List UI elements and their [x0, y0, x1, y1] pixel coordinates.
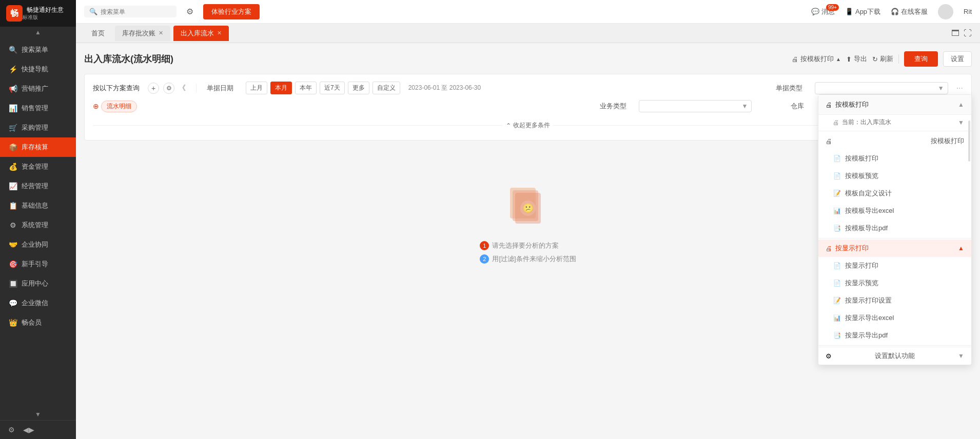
dropdown-close-chevron[interactable]: ▲ — [958, 101, 964, 108]
online-service-btn[interactable]: 🎧 在线客服 — [891, 7, 928, 16]
dropdown-item-template-design[interactable]: 📝 模板自定义设计 — [818, 185, 971, 202]
dropdown-item-display-excel[interactable]: 📊 按显示导出excel — [818, 309, 971, 327]
filter-collapse-btn[interactable]: 《 — [179, 84, 186, 93]
sidebar-item-operations[interactable]: 📈 经营管理 — [0, 176, 76, 196]
refresh-btn[interactable]: ↻ 刷新 — [872, 54, 893, 64]
sidebar-header: 畅 畅捷通好生意 标准版 — [0, 0, 76, 27]
sidebar-item-weixin[interactable]: 💬 企业微信 — [0, 293, 76, 313]
export-icon: ⬆ — [846, 55, 852, 63]
tab-inventory-batch-label: 库存批次账 — [122, 29, 155, 38]
tab-inventory-batch[interactable]: 库存批次账 ✕ — [115, 26, 170, 41]
date-btn-5[interactable]: 自定义 — [373, 82, 400, 94]
current-template-icon: 🖨 — [833, 119, 839, 126]
sidebar-scroll-up[interactable]: ▲ — [34, 28, 42, 37]
dropdown-item-template-print[interactable]: 📄 按模板打印 — [818, 150, 971, 167]
date-btn-1[interactable]: 本月 — [270, 82, 292, 94]
dropdown-footer[interactable]: ⚙ 设置默认功能 ▼ — [818, 347, 971, 365]
settings-gear-icon[interactable]: ⚙ — [8, 426, 15, 434]
page-title: 出入库流水(流水明细) — [84, 53, 173, 65]
bill-type-more-icon[interactable]: ··· — [956, 84, 963, 93]
sidebar-item-quick-nav[interactable]: ⚡ 快捷导航 — [0, 59, 76, 79]
tab-restore-icon[interactable]: 🗖 — [951, 29, 959, 38]
topbar-right: 💬 消息 99+ 📱 App下载 🎧 在线客服 Rit — [811, 4, 972, 19]
doc-icon-2: 📄 — [833, 172, 841, 180]
dropdown-item-display-print[interactable]: 📄 按显示打印 — [818, 257, 971, 274]
sidebar-item-system[interactable]: ⚙ 系统管理 — [0, 215, 76, 235]
business-type-select[interactable] — [639, 100, 752, 112]
sidebar-item-vip[interactable]: 👑 畅会员 — [0, 313, 76, 332]
dropdown-item-template-pdf[interactable]: 📑 按模板导出pdf — [818, 220, 971, 237]
date-btn-3[interactable]: 近7天 — [320, 82, 345, 94]
display-section-header[interactable]: 🖨 按显示打印 ▲ — [818, 240, 971, 257]
sidebar-item-marketing[interactable]: 📢 营销推广 — [0, 79, 76, 98]
tab-inventory-flow[interactable]: 出入库流水 ✕ — [173, 26, 229, 41]
dropdown-title: 🖨 按模板打印 — [826, 100, 869, 109]
sidebar-item-label-vip: 畅会员 — [22, 318, 42, 327]
filter-separator-left — [93, 125, 503, 126]
sidebar-collapse-icon[interactable]: ◀▶ — [23, 426, 34, 434]
app-download-btn[interactable]: 📱 App下载 — [845, 7, 880, 16]
tab-inventory-batch-close-icon[interactable]: ✕ — [159, 30, 163, 36]
collapse-more-btn[interactable]: ⌃ 收起更多条件 — [503, 118, 553, 133]
display-section-chevron[interactable]: ▲ — [958, 245, 964, 252]
topbar-search-box[interactable]: 🔍 — [84, 6, 177, 17]
bill-type-select[interactable] — [815, 82, 948, 94]
sidebar-item-enterprise[interactable]: 🤝 企业协同 — [0, 235, 76, 254]
print-template-btn[interactable]: 🖨 按模板打印 ▲ — [792, 54, 841, 64]
dropdown-item-template-preview[interactable]: 📄 按模板预览 — [818, 167, 971, 185]
operations-icon: 📈 — [8, 182, 17, 191]
dropdown-item-display-preview[interactable]: 📄 按显示预览 — [818, 274, 971, 292]
enterprise-icon: 🤝 — [8, 240, 17, 249]
dropdown-item-template-excel[interactable]: 📊 按模板导出excel — [818, 202, 971, 220]
trial-button[interactable]: 体验行业方案 — [203, 4, 260, 19]
date-btn-4[interactable]: 更多 — [348, 82, 369, 94]
sidebar-item-purchase[interactable]: 🛒 采购管理 — [0, 118, 76, 137]
sidebar-item-label-enterprise: 企业协同 — [22, 240, 48, 249]
headset-icon: 🎧 — [891, 8, 899, 15]
excel-icon-1: 📊 — [833, 207, 841, 215]
empty-state-icon: 😕 — [502, 177, 554, 229]
topbar-settings-icon[interactable]: ⚙ — [183, 5, 197, 19]
date-btn-0[interactable]: 上月 — [246, 82, 267, 94]
filter-setting-btn[interactable]: ⚙ — [163, 83, 174, 94]
sidebar-item-guide[interactable]: 🎯 新手引导 — [0, 254, 76, 274]
flow-detail-tag[interactable]: 流水明细 — [101, 101, 137, 112]
sidebar-item-basic-info[interactable]: 📋 基础信息 — [0, 196, 76, 215]
tab-inventory-flow-close-icon[interactable]: ✕ — [217, 30, 222, 36]
sidebar-scroll-down[interactable]: ▼ — [34, 410, 42, 419]
excel-icon-2: 📊 — [833, 314, 841, 322]
dropdown-current-template[interactable]: 🖨 当前：出入库流水 ▼ — [818, 115, 971, 130]
pdf-icon-2: 📑 — [833, 331, 841, 340]
sidebar-item-inventory[interactable]: 📦 库存核算 — [0, 137, 76, 157]
search-input[interactable] — [101, 8, 162, 15]
filter-add-btn[interactable]: + — [148, 83, 159, 94]
date-btn-2[interactable]: 本年 — [295, 82, 317, 94]
sidebar-item-search[interactable]: 🔍 搜索菜单 — [0, 40, 76, 59]
export-btn[interactable]: ⬆ 导出 — [846, 54, 867, 64]
online-service-label: 在线客服 — [901, 7, 928, 16]
print-dropdown-panel: 🖨 按模板打印 ▲ 🖨 当前：出入库流水 ▼ 🖨 按模板打印 📄 按模板打印 — [818, 94, 972, 365]
doc-icon-d1: 📄 — [833, 262, 841, 270]
tab-maximize-icon[interactable]: ⛶ — [964, 29, 972, 38]
user-avatar[interactable] — [938, 4, 953, 19]
dropdown-header: 🖨 按模板打印 ▲ — [818, 95, 971, 115]
dropdown-item-display-pdf[interactable]: 📑 按显示导出pdf — [818, 327, 971, 344]
sidebar-item-finance[interactable]: 💰 资金管理 — [0, 157, 76, 176]
basic-info-icon: 📋 — [8, 201, 17, 210]
sidebar-item-sales[interactable]: 📊 销售管理 — [0, 98, 76, 118]
svg-text:😕: 😕 — [522, 203, 534, 214]
date-range-display: 2023-06-01 至 2023-06-30 — [408, 84, 481, 92]
message-btn[interactable]: 💬 消息 99+ — [811, 7, 835, 16]
setting-button[interactable]: 设置 — [943, 51, 972, 67]
tabbar-right: 🗖 ⛶ — [951, 29, 972, 38]
sidebar-item-label-purchase: 采购管理 — [22, 123, 48, 132]
template-section-header[interactable]: 🖨 按模板打印 — [818, 132, 971, 150]
username-label[interactable]: Rit — [964, 8, 972, 15]
tab-home[interactable]: 首页 — [84, 26, 112, 41]
display-section-icon: 🖨 — [826, 245, 832, 252]
query-button[interactable]: 查询 — [904, 51, 938, 67]
sidebar-item-app-center[interactable]: 🔲 应用中心 — [0, 274, 76, 293]
dropdown-scrollbar[interactable] — [968, 121, 970, 162]
dropdown-item-display-settings[interactable]: 📝 按显示打印设置 — [818, 292, 971, 309]
system-icon: ⚙ — [8, 221, 17, 230]
